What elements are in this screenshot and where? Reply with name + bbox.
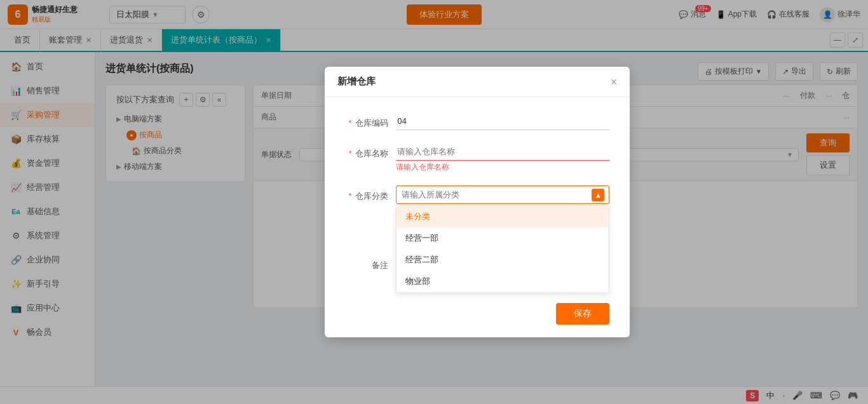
form-row-code: * 仓库编码 (345, 112, 609, 130)
dropdown-item-property[interactable]: 物业部 (397, 271, 609, 292)
category-label: * 仓库分类 (345, 185, 396, 202)
modal-title: 新增仓库 (337, 76, 376, 88)
form-row-name: * 仓库名称 请输入仓库名称 (345, 143, 609, 173)
form-row-category: * 仓库分类 ▲ 未分类 经营一部 经营二部 物业部 (345, 185, 609, 204)
dropdown-item-dept1[interactable]: 经营一部 (397, 227, 609, 249)
note-label: 备注 (345, 255, 396, 271)
name-error-message: 请输入仓库名称 (396, 162, 609, 173)
dropdown-item-dept2[interactable]: 经营二部 (397, 249, 609, 271)
category-toggle-button[interactable]: ▲ (592, 189, 604, 201)
category-input[interactable] (396, 185, 609, 204)
category-input-wrap: ▲ (396, 185, 609, 204)
modal-footer: 保存 (325, 295, 630, 337)
name-control: 请输入仓库名称 (396, 143, 609, 173)
new-warehouse-modal: 新增仓库 × * 仓库编码 * 仓库名称 请输入仓库名称 (325, 67, 630, 337)
name-input[interactable] (396, 143, 609, 161)
category-dropdown: 未分类 经营一部 经营二部 物业部 (396, 205, 609, 293)
modal-header: 新增仓库 × (325, 67, 630, 97)
modal-close-button[interactable]: × (611, 76, 618, 88)
name-label: * 仓库名称 (345, 143, 396, 159)
category-control: ▲ 未分类 经营一部 经营二部 物业部 (396, 185, 609, 204)
save-button[interactable]: 保存 (556, 303, 609, 325)
code-control (396, 112, 609, 130)
code-label: * 仓库编码 (345, 112, 396, 129)
modal-body: * 仓库编码 * 仓库名称 请输入仓库名称 * 仓库分类 (325, 97, 630, 295)
dropdown-item-uncategorized[interactable]: 未分类 (397, 206, 609, 227)
code-input[interactable] (396, 112, 609, 130)
